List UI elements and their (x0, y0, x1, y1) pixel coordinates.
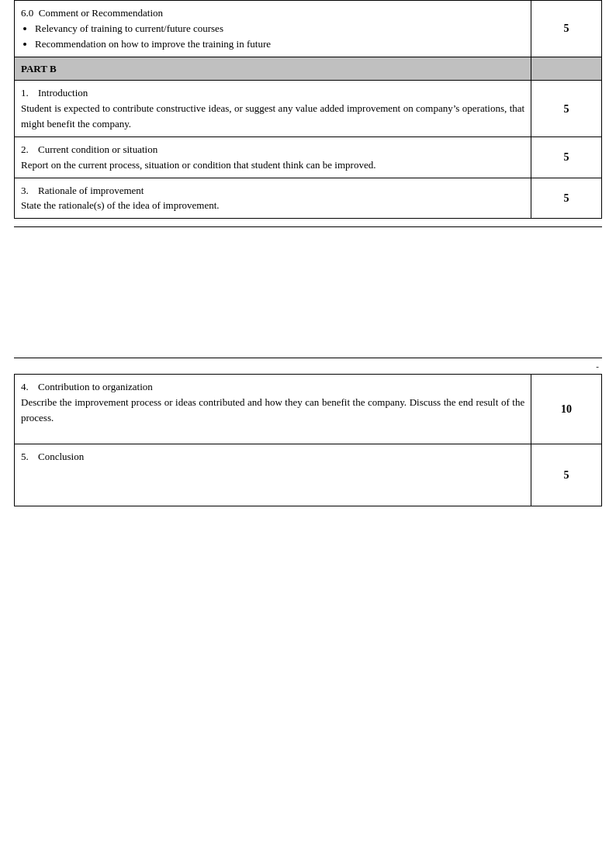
row-1-title: 1.Introduction (21, 85, 524, 101)
row-5-title: 5.Conclusion (21, 449, 524, 465)
row-6-content: 6.0 Comment or Recommendation Relevancy … (15, 1, 531, 57)
row-4-marks: 10 (531, 375, 602, 444)
row-title-text: Comment or Recommendation (39, 7, 163, 19)
row-3-description: State the rationale(s) of the idea of im… (21, 198, 524, 213)
row-number: 6.0 (21, 7, 33, 19)
row-3-marks: 5 (531, 178, 602, 219)
table-row: 4.Contribution to organization Describe … (15, 375, 602, 444)
table-row: 1.Introduction Student is expected to co… (15, 81, 602, 137)
row-number: 4. (21, 379, 38, 395)
row-1-description: Student is expected to contribute constr… (21, 101, 524, 132)
part-b-header-row: PART B (15, 57, 602, 81)
row-title-text: Conclusion (38, 451, 84, 462)
row-2-marks: 5 (531, 137, 602, 178)
divider-line-top (14, 226, 602, 227)
row-3-content: 3.Rationale of improvement State the rat… (15, 178, 531, 219)
row-2-description: Report on the current process, situation… (21, 157, 524, 173)
row-5-marks: 5 (531, 444, 602, 506)
row-6-title: 6.0 Comment or Recommendation (21, 5, 524, 21)
row-number: 2. (21, 142, 38, 157)
row-1-content: 1.Introduction Student is expected to co… (15, 81, 531, 137)
list-item: Recommendation on how to improve the tra… (35, 36, 524, 52)
table-row: 3.Rationale of improvement State the rat… (15, 178, 602, 219)
row-title-text: Rationale of improvement (38, 185, 144, 196)
continued-table: 4.Contribution to organization Describe … (14, 374, 602, 506)
list-item: Relevancy of training to current/future … (35, 21, 524, 36)
row-6-marks: 5 (531, 1, 602, 57)
row-3-title: 3.Rationale of improvement (21, 183, 524, 199)
row-title-text: Current condition or situation (38, 143, 157, 155)
main-table: 6.0 Comment or Recommendation Relevancy … (14, 0, 602, 219)
row-5-content: 5.Conclusion (15, 444, 531, 506)
row-number: 5. (21, 449, 38, 465)
page-break-area: - (0, 219, 616, 374)
row-4-description: Describe the improvement process or idea… (21, 395, 524, 426)
bullet-list: Relevancy of training to current/future … (35, 21, 524, 52)
row-number: 3. (21, 183, 38, 199)
divider-line-bottom (14, 358, 602, 358)
row-title-text: Introduction (38, 87, 88, 98)
row-2-content: 2.Current condition or situation Report … (15, 137, 531, 178)
row-1-marks: 5 (531, 81, 602, 137)
part-b-label: PART B (15, 57, 531, 81)
page-number: - (596, 361, 599, 371)
table-row: 2.Current condition or situation Report … (15, 137, 602, 178)
part-b-marks (531, 57, 602, 81)
top-table-section: 6.0 Comment or Recommendation Relevancy … (0, 0, 616, 219)
row-number: 1. (21, 85, 38, 101)
table-row: 6.0 Comment or Recommendation Relevancy … (15, 1, 602, 57)
row-2-title: 2.Current condition or situation (21, 142, 524, 157)
row-title-text: Contribution to organization (38, 381, 153, 392)
page: 6.0 Comment or Recommendation Relevancy … (0, 0, 616, 857)
bottom-table-section: 4.Contribution to organization Describe … (0, 374, 616, 506)
row-4-title: 4.Contribution to organization (21, 379, 524, 395)
table-row: 5.Conclusion 5 (15, 444, 602, 506)
row-4-content: 4.Contribution to organization Describe … (15, 375, 531, 444)
